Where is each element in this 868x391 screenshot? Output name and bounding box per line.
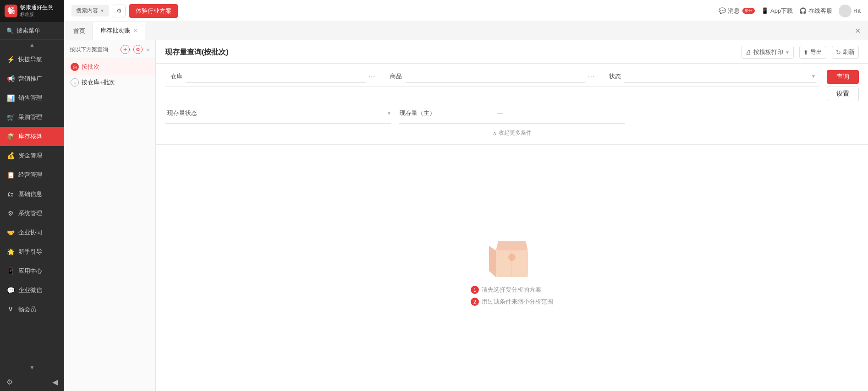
sidebar-item-label: 营销推广 bbox=[18, 75, 42, 83]
app-brand: 畅康通好生意 bbox=[20, 4, 53, 11]
service-label: 在线客服 bbox=[808, 7, 832, 15]
inventory-qty-label: 现存量（主） bbox=[399, 109, 435, 117]
sidebar: 畅 畅康通好生意 标准版 🔍 搜索菜单 ▲ ⚡ 快捷导航 📢 营销推广 📊 销售… bbox=[0, 0, 64, 391]
export-label: 导出 bbox=[810, 48, 822, 56]
sidebar-item-label: 系统管理 bbox=[18, 209, 42, 217]
inventory-status-dropdown[interactable]: ▼ bbox=[200, 107, 391, 119]
plan-icon-filled: ◎ bbox=[71, 63, 79, 71]
inventory-qty-to-input[interactable] bbox=[506, 107, 561, 119]
product-label: 商品 bbox=[385, 72, 402, 81]
sidebar-scroll-down-btn[interactable]: ▼ bbox=[0, 363, 64, 373]
export-btn[interactable]: ⬆ 导出 bbox=[799, 46, 826, 59]
sidebar-item-inventory[interactable]: 📦 库存核算 bbox=[0, 127, 64, 146]
operations-icon: 📋 bbox=[6, 171, 15, 179]
inventory-status-dropdown-icon: ▼ bbox=[387, 111, 391, 116]
sidebar-item-finance[interactable]: 💰 资金管理 bbox=[0, 146, 64, 165]
status-dropdown[interactable]: ▼ bbox=[624, 70, 816, 83]
collapse-sidebar-icon[interactable]: ◀ bbox=[52, 378, 58, 386]
sidebar-item-quick-nav[interactable]: ⚡ 快捷导航 bbox=[0, 50, 64, 69]
sidebar-item-marketing[interactable]: 📢 营销推广 bbox=[0, 69, 64, 88]
header-actions: 🖨 按模板打印 ▼ ⬆ 导出 ↻ 刷新 bbox=[742, 46, 859, 59]
plan-item-by-warehouse-batch[interactable]: ○ 按仓库+批次 bbox=[64, 75, 155, 90]
sidebar-item-label: 新手引导 bbox=[18, 248, 42, 256]
left-panel-header: 按以下方案查询 + ⚙ « bbox=[64, 40, 155, 59]
empty-box-svg bbox=[487, 234, 537, 280]
tab-inventory-batch-label: 库存批次账 bbox=[100, 27, 130, 35]
plan-label: 按批次 bbox=[82, 63, 99, 71]
collapse-more-btn[interactable]: ∧ 收起更多条件 bbox=[165, 125, 859, 138]
collapse-left-panel-btn[interactable]: « bbox=[146, 46, 150, 53]
empty-step-1: 1 请先选择要分析的方案 bbox=[471, 286, 553, 294]
plan-label: 按仓库+批次 bbox=[82, 78, 115, 87]
message-btn[interactable]: 💬 消息 99+ bbox=[719, 7, 755, 15]
sidebar-search[interactable]: 🔍 搜索菜单 bbox=[0, 22, 64, 40]
sidebar-item-label: 企业微信 bbox=[18, 286, 42, 294]
sidebar-item-label: 快捷导航 bbox=[18, 55, 42, 64]
sidebar-item-label: 基础信息 bbox=[18, 190, 42, 198]
settings-gear-btn[interactable]: ⚙ bbox=[113, 5, 126, 17]
product-input[interactable] bbox=[405, 70, 586, 83]
sidebar-item-label: 库存核算 bbox=[18, 132, 42, 141]
printer-icon: 🖨 bbox=[746, 49, 752, 56]
sidebar-item-appstore[interactable]: 📱 应用中心 bbox=[0, 261, 64, 281]
sidebar-item-sales[interactable]: 📊 销售管理 bbox=[0, 88, 64, 108]
sidebar-scroll-up-btn[interactable]: ▲ bbox=[0, 40, 64, 50]
status-label: 状态 bbox=[604, 72, 621, 81]
main-area: 搜索内容 ▼ ⚙ 体验行业方案 💬 消息 99+ 📱 App下载 🎧 在线客服 bbox=[64, 0, 868, 391]
sidebar-header: 畅 畅康通好生意 标准版 bbox=[0, 0, 64, 22]
sidebar-item-enterprise[interactable]: 🤝 企业协同 bbox=[0, 223, 64, 242]
sidebar-item-label: 畅会员 bbox=[18, 305, 36, 314]
sidebar-item-operations[interactable]: 📋 经营管理 bbox=[0, 165, 64, 185]
sidebar-item-basic[interactable]: 🗂 基础信息 bbox=[0, 185, 64, 204]
app-download-btn[interactable]: 📱 App下载 bbox=[761, 7, 793, 15]
settings-btn[interactable]: 设置 bbox=[827, 87, 859, 101]
filter-area: 仓库 ··· 商品 ··· 状态 ▼ bbox=[156, 64, 868, 145]
svg-point-4 bbox=[508, 254, 516, 261]
product-more-btn[interactable]: ··· bbox=[586, 72, 596, 81]
sidebar-item-label: 资金管理 bbox=[18, 152, 42, 160]
sidebar-items-list: ⚡ 快捷导航 📢 营销推广 📊 销售管理 🛒 采购管理 📦 库存核算 💰 资金管… bbox=[0, 50, 64, 363]
sidebar-item-label: 应用中心 bbox=[18, 267, 42, 275]
topbar: 搜索内容 ▼ ⚙ 体验行业方案 💬 消息 99+ 📱 App下载 🎧 在线客服 bbox=[64, 0, 868, 22]
plan-item-by-batch[interactable]: ◎ 按批次 bbox=[64, 59, 155, 75]
sidebar-item-newbie[interactable]: 🌟 新手引导 bbox=[0, 242, 64, 261]
warehouse-label: 仓库 bbox=[165, 72, 182, 81]
add-plan-btn[interactable]: + bbox=[121, 45, 130, 54]
sidebar-item-member[interactable]: V 畅会员 bbox=[0, 300, 64, 319]
basic-icon: 🗂 bbox=[6, 190, 15, 198]
empty-illustration bbox=[484, 230, 539, 280]
finance-icon: 💰 bbox=[6, 152, 15, 160]
left-panel-title: 按以下方案查询 bbox=[70, 46, 108, 54]
avatar bbox=[839, 5, 852, 17]
service-btn[interactable]: 🎧 在线客服 bbox=[799, 7, 832, 15]
empty-steps: 1 请先选择要分析的方案 2 用过滤条件来缩小分析范围 bbox=[471, 286, 553, 306]
sidebar-search-label: 搜索菜单 bbox=[16, 27, 40, 35]
experience-btn[interactable]: 体验行业方案 bbox=[129, 4, 178, 18]
topbar-left: 搜索内容 ▼ ⚙ 体验行业方案 bbox=[71, 4, 714, 18]
sidebar-item-label: 销售管理 bbox=[18, 94, 42, 102]
tab-inventory-batch[interactable]: 库存批次账 ✕ bbox=[93, 22, 145, 40]
warehouse-input[interactable] bbox=[185, 70, 367, 83]
tab-home[interactable]: 首页 bbox=[64, 22, 93, 40]
warehouse-more-btn[interactable]: ··· bbox=[367, 72, 377, 81]
settings-icon[interactable]: ⚙ bbox=[6, 378, 13, 386]
user-profile-btn[interactable]: Rit bbox=[839, 5, 861, 17]
sidebar-item-wechat[interactable]: 💬 企业微信 bbox=[0, 281, 64, 300]
enterprise-icon: 🤝 bbox=[6, 228, 15, 237]
plus-icon: + bbox=[123, 46, 127, 53]
tab-close-all-btn[interactable]: ✕ bbox=[847, 22, 868, 40]
inventory-qty-from-input[interactable] bbox=[438, 107, 493, 119]
sidebar-item-system[interactable]: ⚙ 系统管理 bbox=[0, 204, 64, 223]
breadcrumb[interactable]: 搜索内容 ▼ bbox=[71, 5, 109, 16]
sidebar-item-purchase[interactable]: 🛒 采购管理 bbox=[0, 108, 64, 127]
print-btn[interactable]: 🖨 按模板打印 ▼ bbox=[742, 46, 794, 59]
sidebar-footer: ⚙ ◀ bbox=[0, 373, 64, 391]
username-label: Rit bbox=[853, 7, 861, 14]
query-btn[interactable]: 查询 bbox=[827, 70, 859, 84]
sidebar-item-label: 采购管理 bbox=[18, 113, 42, 121]
headset-icon: 🎧 bbox=[799, 7, 807, 14]
step-2-num: 2 bbox=[471, 298, 479, 306]
edit-plan-btn[interactable]: ⚙ bbox=[133, 45, 143, 54]
refresh-btn[interactable]: ↻ 刷新 bbox=[832, 46, 859, 59]
tab-close-icon[interactable]: ✕ bbox=[133, 27, 137, 34]
